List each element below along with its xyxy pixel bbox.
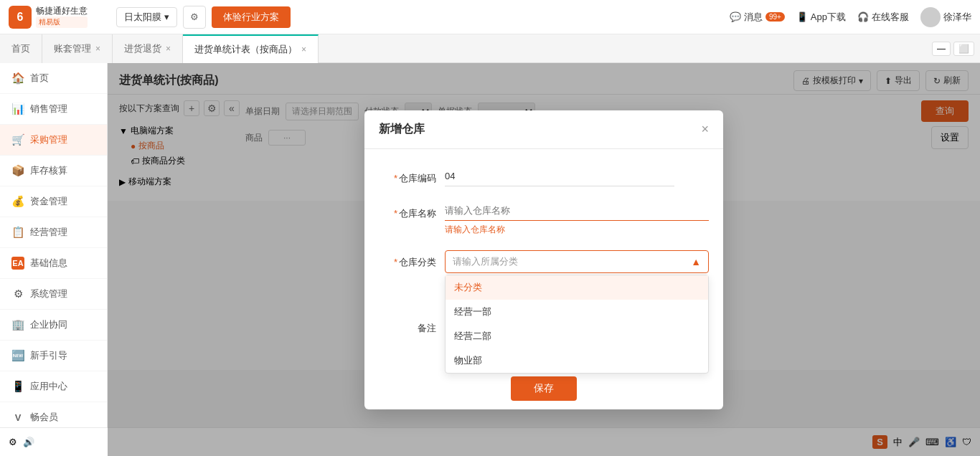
sidebar-label: 经营管理 (30, 226, 67, 239)
tab-close-icon[interactable]: × (301, 44, 306, 54)
sidebar-label: 基础信息 (30, 257, 67, 270)
username: 徐泽华 (943, 11, 971, 24)
corp-icon: 🏢 (11, 318, 24, 331)
modal-close-button[interactable]: × (701, 122, 709, 137)
code-label: *仓库编码 (379, 166, 436, 185)
dropdown-item-dept1[interactable]: 经营一部 (446, 300, 708, 324)
category-dropdown[interactable]: 请输入所属分类 ▲ (445, 250, 709, 273)
settings-bottom-icon[interactable]: ⚙ (9, 437, 17, 447)
guide-icon: 🆕 (11, 349, 24, 362)
app-label: App下载 (811, 11, 846, 24)
logo-area: 6 畅捷通好生意 精易版 (9, 6, 116, 29)
stock-icon: 📦 (11, 164, 24, 177)
modal-body: *仓库编码 *仓库名称 请输入仓库名称 (364, 149, 723, 368)
tab-purchase-stat[interactable]: 进货单统计表（按商品） × (183, 34, 319, 63)
form-row-category: *仓库分类 请输入所属分类 ▲ 未分类 经营一部 经营二部 (379, 250, 709, 273)
tab-expand-button[interactable]: ⬜ (953, 42, 974, 56)
category-input-wrapper: 请输入所属分类 ▲ 未分类 经营一部 经营二部 物业部 (445, 250, 709, 273)
category-dropdown-list: 未分类 经营一部 经营二部 物业部 (445, 275, 709, 374)
message-icon: 💬 (730, 11, 741, 22)
sidebar-label: 新手引导 (30, 349, 67, 362)
avatar (920, 7, 941, 27)
headset-icon: 🎧 (857, 11, 869, 22)
sidebar-label: 系统管理 (30, 288, 67, 300)
sidebar-item-system[interactable]: ⚙ 系统管理 (0, 279, 107, 310)
app-download-button[interactable]: 📱 App下载 (796, 11, 846, 24)
dropdown-item-unclassified[interactable]: 未分类 (446, 275, 708, 300)
tab-label: 进货单统计表（按商品） (194, 43, 297, 56)
sales-icon: 📊 (11, 103, 24, 115)
sidebar-label: 资金管理 (30, 195, 67, 208)
dropdown-item-dept2[interactable]: 经营二部 (446, 324, 708, 348)
tab-close-icon[interactable]: × (95, 44, 100, 54)
message-button[interactable]: 💬 消息 99+ (730, 11, 785, 24)
message-label: 消息 (744, 11, 763, 24)
tab-label: 首页 (11, 42, 30, 55)
tab-minimize-button[interactable]: — (932, 42, 951, 56)
apps-icon: 📱 (11, 380, 24, 393)
tab-home[interactable]: 首页 (0, 34, 42, 63)
sidebar-item-guide[interactable]: 🆕 新手引导 (0, 341, 107, 371)
category-placeholder: 请输入所属分类 (453, 255, 518, 268)
sidebar-item-basic[interactable]: EA 基础信息 (0, 248, 107, 279)
dropdown-item-dept3[interactable]: 物业部 (446, 348, 708, 373)
sidebar-label: 应用中心 (30, 380, 67, 393)
modal-overlay: 新增仓库 × *仓库编码 *仓库名称 (108, 63, 980, 456)
tab-accounts[interactable]: 账套管理 × (42, 34, 113, 63)
content-area: 进货单统计(按商品) 🖨 按模板打印 ▾ ⬆ 导出 ↻ 刷新 (108, 63, 980, 456)
category-label: *仓库分类 (379, 250, 436, 269)
name-error-message: 请输入仓库名称 (445, 224, 505, 234)
dropdown-arrow-icon: ▲ (691, 256, 701, 267)
basic-icon: EA (11, 257, 24, 270)
name-label: *仓库名称 (379, 201, 436, 220)
tab-label: 账套管理 (54, 42, 91, 55)
store-name: 日太阳膜 (124, 11, 161, 24)
tab-label: 进货退货 (124, 42, 161, 55)
finance-icon: 💰 (11, 195, 24, 208)
sidebar-item-stock[interactable]: 📦 库存核算 (0, 156, 107, 186)
system-icon: ⚙ (11, 288, 24, 300)
sidebar-item-apps[interactable]: 📱 应用中心 (0, 371, 107, 402)
user-menu[interactable]: 徐泽华 (920, 7, 971, 27)
sidebar-item-finance[interactable]: 💰 资金管理 (0, 186, 107, 217)
header-center: 日太阳膜 ▾ ⚙ 体验行业方案 (116, 6, 730, 29)
edition-badge: 精易版 (36, 16, 88, 28)
sidebar-label: 企业协同 (30, 318, 67, 331)
sidebar-label: 畅会员 (30, 411, 58, 424)
online-service-button[interactable]: 🎧 在线客服 (857, 11, 909, 24)
gear-button[interactable]: ⚙ (183, 6, 206, 29)
form-row-code: *仓库编码 (379, 166, 709, 186)
home-icon: 🏠 (11, 72, 24, 85)
sidebar-label: 库存核算 (30, 164, 67, 177)
tab-close-icon[interactable]: × (166, 44, 171, 54)
new-warehouse-modal: 新增仓库 × *仓库编码 *仓库名称 (364, 110, 723, 409)
phone-icon: 📱 (796, 11, 808, 22)
sidebar-item-home[interactable]: 🏠 首页 (0, 63, 107, 94)
top-header: 6 畅捷通好生意 精易版 日太阳膜 ▾ ⚙ 体验行业方案 💬 消息 99+ 📱 … (0, 0, 980, 34)
bottom-icons: ⚙ 🔊 (9, 437, 34, 447)
tab-bar: 首页 账套管理 × 进货退货 × 进货单统计表（按商品） × — ⬜ (0, 34, 980, 63)
trial-button[interactable]: 体验行业方案 (212, 6, 291, 28)
form-row-name: *仓库名称 请输入仓库名称 (379, 201, 709, 236)
sidebar: 🏠 首页 📊 销售管理 🛒 采购管理 📦 库存核算 💰 资金管理 📋 经营管理 … (0, 63, 108, 456)
dropdown-arrow-icon: ▾ (164, 11, 169, 22)
sidebar-label: 销售管理 (30, 103, 67, 115)
ops-icon: 📋 (11, 226, 24, 239)
sidebar-label: 采购管理 (30, 133, 67, 146)
sidebar-item-purchase[interactable]: 🛒 采购管理 (0, 125, 107, 156)
speaker-icon[interactable]: 🔊 (23, 437, 34, 447)
name-input[interactable] (445, 201, 709, 221)
tab-purchase-return[interactable]: 进货退货 × (113, 34, 183, 63)
service-label: 在线客服 (872, 11, 909, 24)
sidebar-item-sales[interactable]: 📊 销售管理 (0, 94, 107, 125)
code-input[interactable] (445, 166, 674, 186)
company-name: 畅捷通好生意 (36, 6, 88, 17)
store-selector[interactable]: 日太阳膜 ▾ (116, 7, 177, 27)
sidebar-item-corp[interactable]: 🏢 企业协同 (0, 310, 107, 341)
modal-footer: 保存 (364, 368, 723, 409)
message-badge: 99+ (765, 12, 785, 22)
sidebar-item-ops[interactable]: 📋 经营管理 (0, 217, 107, 248)
modal-header: 新增仓库 × (364, 110, 723, 149)
save-button[interactable]: 保存 (511, 376, 577, 401)
sidebar-label: 首页 (30, 72, 49, 85)
